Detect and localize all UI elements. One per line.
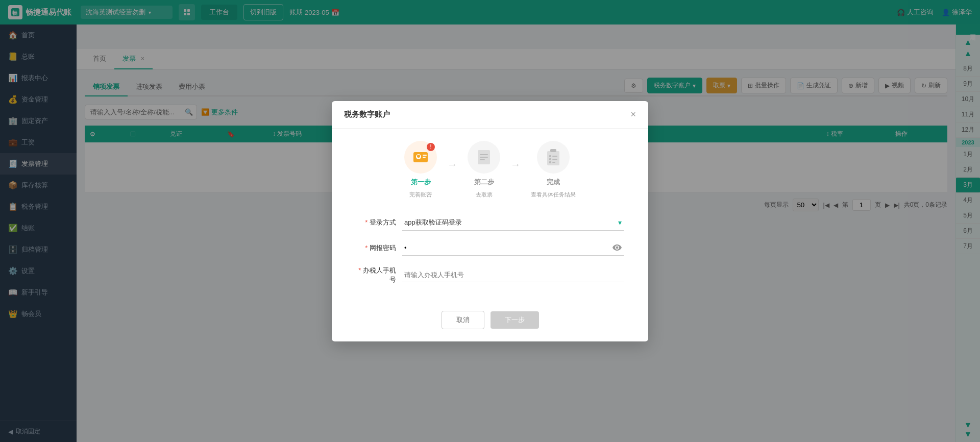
login-method-value: app获取验证码登录 bbox=[404, 218, 462, 227]
password-toggle-icon[interactable] bbox=[612, 244, 622, 252]
password-row: * 网报密码 bbox=[356, 241, 624, 256]
svg-rect-22 bbox=[552, 162, 555, 163]
steps-indicator: ! 第一步 完善账密 → bbox=[356, 141, 624, 199]
required-marker2: * bbox=[365, 244, 368, 252]
login-method-chevron-icon: ▾ bbox=[618, 218, 622, 227]
dialog-title: 税务数字账户 bbox=[344, 110, 390, 119]
cancel-button[interactable]: 取消 bbox=[442, 311, 484, 329]
step-1-label: 第一步 bbox=[411, 178, 431, 187]
dialog-form: * 登录方式 app获取验证码登录 ▾ * 网报密码 bbox=[356, 215, 624, 284]
required-marker: * bbox=[365, 218, 368, 226]
svg-rect-8 bbox=[423, 155, 427, 156]
svg-rect-19 bbox=[549, 158, 551, 160]
next-step-button[interactable]: 下一步 bbox=[491, 311, 539, 329]
document-icon bbox=[474, 147, 494, 167]
step-3: 完成 查看具体任务结果 bbox=[531, 141, 576, 199]
password-label: * 网报密码 bbox=[356, 243, 402, 253]
login-method-label: * 登录方式 bbox=[356, 218, 402, 227]
login-method-row: * 登录方式 app获取验证码登录 ▾ bbox=[356, 215, 624, 231]
svg-rect-15 bbox=[547, 151, 559, 165]
step-1-icon-wrap: ! bbox=[404, 141, 437, 174]
dialog-header: 税务数字账户 × bbox=[332, 101, 648, 129]
svg-rect-17 bbox=[549, 155, 551, 157]
clipboard-icon bbox=[543, 147, 564, 167]
password-input[interactable] bbox=[404, 244, 612, 252]
phone-field-wrap bbox=[402, 268, 624, 282]
step-2-desc: 去取票 bbox=[476, 191, 493, 199]
svg-rect-12 bbox=[480, 154, 488, 155]
phone-label: * 办税人手机号 bbox=[356, 266, 402, 284]
step-2: 第二步 去取票 bbox=[468, 141, 500, 199]
step-3-desc: 查看具体任务结果 bbox=[531, 191, 576, 199]
dialog-close-button[interactable]: × bbox=[630, 109, 636, 120]
svg-point-10 bbox=[417, 155, 420, 158]
svg-rect-13 bbox=[480, 157, 488, 158]
phone-row: * 办税人手机号 bbox=[356, 266, 624, 284]
password-field-wrap bbox=[402, 241, 624, 256]
step-arrow-1: → bbox=[437, 159, 468, 170]
login-method-select[interactable]: app获取验证码登录 ▾ bbox=[402, 215, 624, 231]
digital-account-dialog: 税务数字账户 × bbox=[332, 101, 648, 341]
svg-rect-14 bbox=[480, 159, 485, 160]
step-2-label: 第二步 bbox=[474, 178, 494, 187]
step-2-icon-wrap bbox=[468, 141, 500, 174]
dialog-body: ! 第一步 完善账密 → bbox=[332, 129, 648, 307]
svg-rect-9 bbox=[423, 157, 426, 158]
step-3-icon-wrap bbox=[537, 141, 570, 174]
dialog-overlay: 税务数字账户 × bbox=[0, 0, 980, 442]
required-marker3: * bbox=[358, 266, 361, 274]
step-1: ! 第一步 完善账密 bbox=[404, 141, 437, 199]
step-1-desc: 完善账密 bbox=[409, 191, 432, 199]
svg-rect-18 bbox=[552, 156, 557, 157]
dialog-footer: 取消 下一步 bbox=[332, 307, 648, 329]
step-3-label: 完成 bbox=[547, 178, 560, 187]
step-arrow-2: → bbox=[500, 159, 531, 170]
svg-rect-20 bbox=[552, 159, 557, 160]
phone-input[interactable] bbox=[404, 271, 622, 279]
svg-rect-16 bbox=[550, 149, 556, 152]
step-1-error-badge: ! bbox=[427, 143, 435, 151]
svg-rect-21 bbox=[549, 161, 551, 163]
